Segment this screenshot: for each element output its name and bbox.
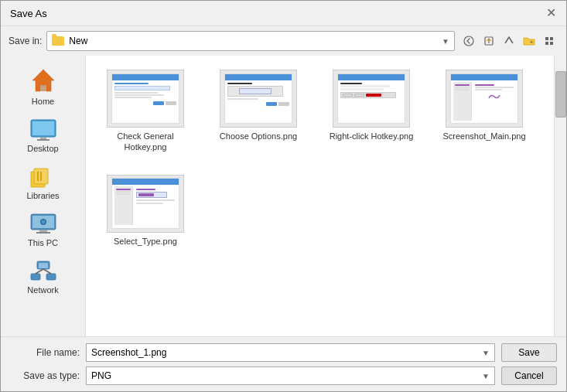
svg-rect-6 — [550, 42, 553, 45]
list-item[interactable]: Screenshot_Main.png — [434, 65, 535, 158]
file-name: Right-click Hotkey.png — [330, 131, 414, 141]
file-name: Choose Options.png — [220, 131, 297, 141]
file-thumbnail — [107, 70, 184, 128]
toolbar-row: Save in: New ▼ — [1, 26, 566, 56]
filetype-row: Save as type: PNG ▼ Cancel — [10, 366, 557, 385]
svg-rect-16 — [40, 172, 42, 181]
filename-row: File name: Screenshot_1.png ▼ Save — [10, 343, 557, 362]
views-button[interactable] — [540, 32, 558, 50]
sidebar-item-desktop[interactable]: Desktop — [9, 114, 78, 158]
network-icon — [29, 260, 57, 283]
recent-icon — [483, 36, 494, 46]
sidebar: Home Desktop Libra — [1, 56, 86, 336]
svg-rect-4 — [550, 37, 553, 40]
file-thumbnail — [220, 70, 297, 128]
current-folder-name: New — [69, 36, 87, 46]
sidebar-thispc-label: This PC — [28, 238, 58, 247]
cancel-button[interactable]: Cancel — [501, 366, 557, 385]
up-button[interactable] — [500, 32, 518, 50]
save-button[interactable]: Save — [501, 343, 557, 362]
bottom-bar: File name: Screenshot_1.png ▼ Save Save … — [1, 336, 566, 391]
scrollbar[interactable] — [554, 56, 566, 336]
svg-point-0 — [464, 36, 473, 46]
svg-point-22 — [41, 220, 45, 224]
filetype-label: Save as type: — [10, 370, 80, 381]
back-icon — [463, 36, 474, 46]
filename-value: Screenshot_1.png — [91, 347, 166, 358]
filetype-dropdown-arrow: ▼ — [482, 372, 490, 380]
svg-rect-15 — [37, 172, 39, 181]
filename-label: File name: — [10, 347, 80, 358]
toolbar-buttons: + — [459, 32, 558, 50]
sidebar-item-thispc[interactable]: This PC — [9, 208, 78, 252]
back-button[interactable] — [459, 32, 478, 50]
svg-line-27 — [36, 269, 43, 274]
views-icon — [544, 36, 555, 46]
svg-rect-12 — [37, 139, 50, 141]
svg-text:+: + — [530, 39, 533, 45]
folder-icon — [52, 36, 64, 46]
sidebar-item-network[interactable]: Network — [9, 255, 78, 299]
file-name: Select_Type.png — [114, 236, 177, 247]
save-in-dropdown[interactable]: New ▼ — [46, 31, 455, 51]
svg-rect-10 — [32, 121, 54, 135]
sidebar-item-home[interactable]: Home — [9, 62, 78, 111]
up-icon — [504, 36, 514, 46]
filename-dropdown-arrow: ▼ — [482, 349, 490, 357]
svg-rect-24 — [39, 263, 48, 268]
recent-locations-button[interactable] — [480, 32, 498, 50]
filetype-input-wrapper[interactable]: PNG ▼ — [86, 366, 495, 385]
svg-rect-20 — [36, 232, 50, 233]
list-item[interactable]: Select_Type.png — [95, 170, 196, 251]
svg-line-28 — [43, 269, 51, 274]
file-name: Screenshot_Main.png — [442, 131, 525, 141]
dropdown-arrow-icon: ▼ — [442, 37, 449, 46]
list-item[interactable]: Right-click Hotkey.png — [321, 65, 422, 158]
save-as-dialog: Save As ✕ Save in: New ▼ — [0, 0, 567, 392]
svg-rect-8 — [40, 85, 46, 91]
svg-rect-25 — [31, 274, 40, 280]
list-item[interactable]: Choose Options.png — [208, 65, 309, 158]
title-bar: Save As ✕ — [1, 1, 566, 26]
thispc-icon — [29, 213, 57, 236]
svg-rect-5 — [545, 42, 548, 45]
sidebar-network-label: Network — [27, 285, 58, 295]
home-icon — [29, 66, 57, 94]
file-thumbnail — [446, 70, 523, 128]
scrollbar-thumb[interactable] — [555, 71, 566, 118]
save-in-label: Save in: — [9, 36, 42, 46]
file-name: Check GeneralHotkey.png — [117, 131, 173, 153]
list-item[interactable]: Check GeneralHotkey.png — [95, 65, 196, 158]
libraries-icon — [29, 165, 57, 189]
close-button[interactable]: ✕ — [545, 7, 557, 19]
file-thumbnail — [333, 70, 410, 128]
sidebar-desktop-label: Desktop — [27, 144, 58, 153]
sidebar-item-libraries[interactable]: Libraries — [9, 161, 78, 205]
file-area: Check GeneralHotkey.png — [86, 56, 554, 336]
sidebar-libraries-label: Libraries — [26, 191, 59, 200]
sidebar-home-label: Home — [32, 97, 54, 106]
new-folder-icon: + — [523, 36, 535, 46]
main-area: Home Desktop Libra — [1, 56, 566, 336]
file-thumbnail — [107, 175, 184, 233]
svg-rect-26 — [46, 274, 56, 280]
filename-input-wrapper[interactable]: Screenshot_1.png ▼ — [86, 343, 495, 362]
filetype-value: PNG — [91, 370, 111, 381]
dialog-title: Save As — [10, 8, 47, 19]
desktop-icon — [29, 118, 57, 141]
svg-rect-3 — [545, 37, 548, 40]
new-folder-button[interactable]: + — [520, 32, 538, 50]
